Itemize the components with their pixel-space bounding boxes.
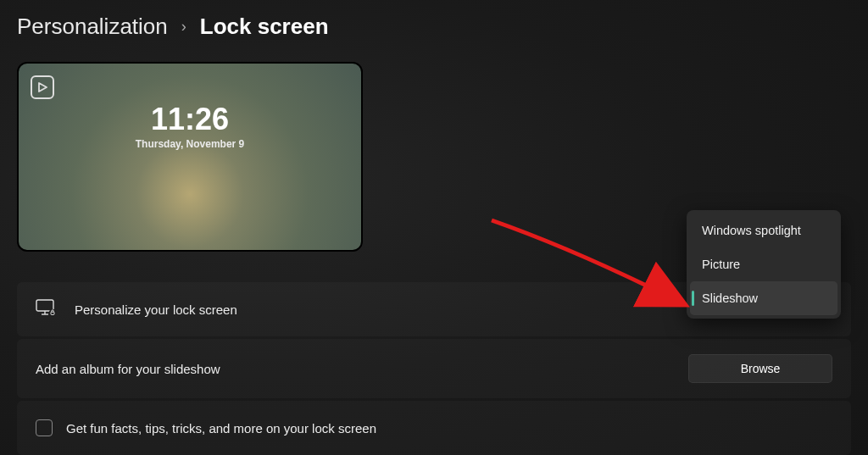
svg-rect-0 [36,300,53,311]
preview-time: 11:26 [136,103,244,136]
slideshow-play-icon [31,75,54,99]
breadcrumb: Personalization › Lock screen [0,0,868,48]
monitor-lock-icon [36,298,58,320]
fun-facts-row[interactable]: Get fun facts, tips, tricks, and more on… [17,401,851,455]
fun-facts-checkbox[interactable] [36,419,53,436]
browse-button[interactable]: Browse [688,354,832,383]
add-album-row: Add an album for your slideshow Browse [17,339,851,398]
chevron-right-icon: › [181,18,186,36]
breadcrumb-parent[interactable]: Personalization [17,14,168,40]
lockscreen-mode-dropdown[interactable]: Windows spotlight Picture Slideshow [687,210,841,319]
preview-date: Thursday, November 9 [136,138,244,150]
dropdown-item-spotlight[interactable]: Windows spotlight [690,214,837,247]
fun-facts-label: Get fun facts, tips, tricks, and more on… [66,421,832,436]
preview-clock: 11:26 Thursday, November 9 [136,103,244,150]
breadcrumb-current: Lock screen [200,14,329,40]
album-label: Add an album for your slideshow [36,362,688,376]
dropdown-item-picture[interactable]: Picture [690,247,837,281]
dropdown-item-slideshow[interactable]: Slideshow [690,281,837,315]
lockscreen-preview[interactable]: 11:26 Thursday, November 9 [17,62,363,252]
